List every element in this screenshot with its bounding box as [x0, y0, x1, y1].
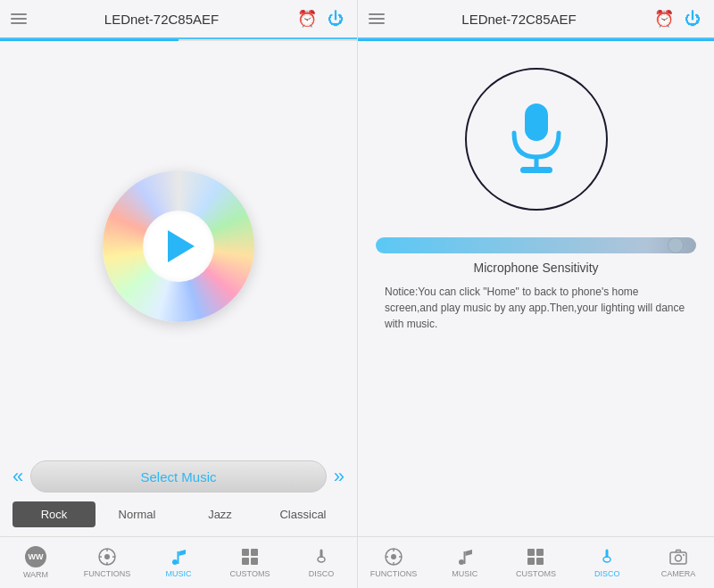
power-icon-right[interactable]: ⏻ [682, 8, 703, 29]
nav-music-left[interactable]: MUSIC [143, 537, 214, 588]
genre-tab-classical[interactable]: Classical [262, 501, 345, 527]
nav-customs-right-label: CUSTOMS [516, 569, 556, 578]
power-icon-left[interactable]: ⏻ [325, 8, 346, 29]
svg-rect-11 [242, 558, 249, 565]
svg-point-34 [606, 550, 609, 552]
camera-icon [668, 547, 688, 567]
nav-music-right-label: MUSIC [452, 569, 477, 578]
left-header-title: LEDnet-72C85AEF [27, 12, 296, 27]
svg-rect-31 [536, 558, 544, 565]
nav-disco-right[interactable]: DISCO [571, 537, 643, 588]
right-header-actions: ⏰ ⏻ [653, 8, 703, 29]
nav-customs-left-label: CUSTOMS [230, 569, 270, 578]
svg-point-20 [391, 554, 396, 559]
genre-tab-jazz[interactable]: Jazz [178, 501, 262, 527]
music-icon-left [169, 547, 188, 567]
nav-functions-left[interactable]: FUNCTIONS [71, 537, 143, 588]
svg-point-1 [104, 554, 110, 559]
svg-rect-16 [525, 104, 548, 141]
svg-marker-27 [465, 550, 472, 556]
music-icon-right [455, 547, 475, 567]
right-bottom-nav: FUNCTIONS MUSIC CUSTOMS [358, 536, 714, 588]
music-controls: « Select Music » Rock Normal Jazz Classi… [0, 451, 357, 536]
nav-disco-left[interactable]: DISCO [286, 537, 357, 588]
mic-area [358, 41, 714, 237]
warm-icon: WW [25, 546, 46, 567]
microphone-icon [501, 99, 572, 179]
nav-camera-right[interactable]: CAMERA [643, 537, 714, 588]
disco-icon-left [311, 547, 331, 567]
menu-icon[interactable] [11, 13, 27, 24]
sensitivity-area: Microphone Sensitivity Notice:You can cl… [358, 237, 714, 341]
functions-icon [97, 547, 117, 567]
svg-rect-12 [251, 558, 258, 565]
sensitivity-label: Microphone Sensitivity [376, 261, 696, 275]
svg-point-25 [459, 559, 464, 565]
notice-text: Notice:You can click "Home" to back to p… [376, 284, 696, 332]
customs-icon-left [240, 547, 260, 567]
svg-rect-10 [251, 549, 258, 556]
nav-warm-label: WARM [23, 570, 48, 579]
sensitivity-slider-thumb[interactable] [668, 237, 684, 253]
left-bottom-nav: WW WARM FUNCTIONS MUSIC [0, 536, 357, 588]
svg-point-15 [320, 550, 323, 552]
svg-rect-18 [520, 167, 552, 173]
nav-camera-right-label: CAMERA [661, 569, 696, 578]
disco-icon-right [597, 547, 617, 567]
svg-rect-35 [670, 552, 686, 564]
nav-customs-left[interactable]: CUSTOMS [214, 537, 286, 588]
nav-functions-left-label: FUNCTIONS [84, 569, 131, 578]
select-music-row: « Select Music » [12, 460, 345, 493]
cd-player-area [0, 41, 357, 451]
cd-inner [143, 211, 214, 282]
select-music-button[interactable]: Select Music [30, 460, 327, 493]
left-header: LEDnet-72C85AEF ⏰ ⏻ [0, 0, 357, 39]
play-button[interactable] [168, 230, 195, 262]
nav-customs-right[interactable]: CUSTOMS [501, 537, 572, 588]
svg-marker-8 [179, 550, 187, 556]
mic-circle[interactable] [465, 68, 608, 211]
svg-rect-9 [242, 549, 249, 556]
svg-rect-28 [527, 549, 535, 556]
nav-warm[interactable]: WW WARM [0, 537, 71, 588]
right-header-title: LEDnet-72C85AEF [385, 12, 653, 27]
svg-point-36 [676, 555, 682, 561]
svg-rect-7 [178, 551, 179, 564]
functions-icon-right [384, 547, 403, 567]
nav-functions-right[interactable]: FUNCTIONS [358, 537, 429, 588]
svg-rect-26 [463, 551, 465, 564]
nav-music-right[interactable]: MUSIC [429, 537, 501, 588]
svg-point-37 [683, 554, 685, 556]
svg-point-6 [172, 559, 178, 565]
nav-disco-right-label: DISCO [594, 569, 620, 578]
genre-tab-rock[interactable]: Rock [12, 501, 95, 527]
genre-tabs: Rock Normal Jazz Classical [12, 501, 345, 527]
customs-icon-right [526, 547, 545, 567]
left-header-actions: ⏰ ⏻ [296, 8, 346, 29]
select-music-label: Select Music [140, 469, 216, 484]
nav-music-left-label: MUSIC [166, 569, 192, 578]
alarm-icon-right[interactable]: ⏰ [653, 8, 675, 29]
svg-rect-30 [527, 558, 535, 565]
nav-disco-left-label: DISCO [309, 569, 335, 578]
right-header: LEDnet-72C85AEF ⏰ ⏻ [358, 0, 714, 39]
sensitivity-slider-track [376, 237, 696, 253]
left-panel: LEDnet-72C85AEF ⏰ ⏻ « Select Music » Roc… [0, 0, 357, 588]
right-panel: LEDnet-72C85AEF ⏰ ⏻ Microphone Sensiti [357, 0, 714, 588]
prev-arrow[interactable]: « [12, 465, 23, 488]
menu-icon-right[interactable] [369, 13, 385, 24]
next-arrow[interactable]: » [334, 465, 345, 488]
genre-tab-normal[interactable]: Normal [95, 501, 178, 527]
alarm-icon-left[interactable]: ⏰ [296, 8, 318, 29]
svg-rect-29 [536, 549, 544, 556]
nav-functions-right-label: FUNCTIONS [370, 569, 418, 578]
cd-disc[interactable] [103, 170, 254, 322]
